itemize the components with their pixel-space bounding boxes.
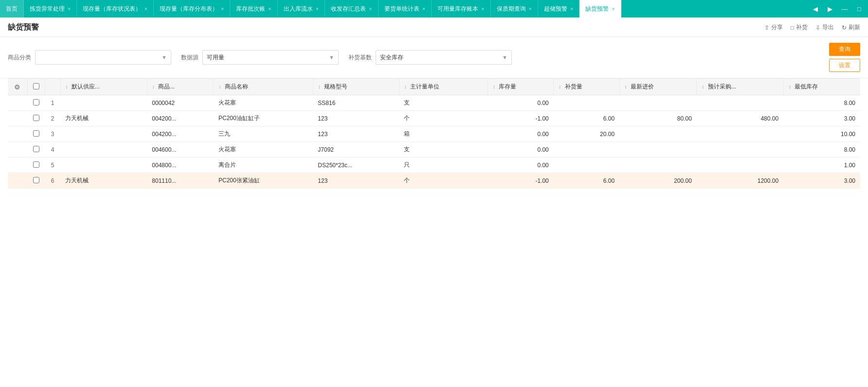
replenish-base-select[interactable]: 安全库存 ▼ (376, 50, 512, 65)
close-tab-available-ledger[interactable]: × (481, 6, 484, 12)
tab-abnormal[interactable]: 拣货异常处理 × (24, 0, 77, 18)
cell-product-code-1: 004200... (147, 111, 214, 126)
cell-latest-price-5: 200.00 (619, 173, 697, 189)
category-select[interactable]: ▼ (35, 50, 171, 65)
gear-icon[interactable]: ⚙ (14, 83, 20, 91)
close-tab-batch-account[interactable]: × (268, 6, 271, 12)
th-estimated-purchase[interactable]: ↕ 预计采购... (697, 79, 783, 95)
sort-estimated-purchase-icon: ↕ (702, 84, 704, 89)
cell-checkbox-2 (27, 126, 45, 142)
cell-stock-2: 0.00 (488, 126, 553, 142)
nav-minimize-button[interactable]: — (838, 2, 851, 16)
cell-product-code-3: 004600... (147, 142, 214, 158)
row-checkbox-2[interactable] (33, 130, 39, 137)
cell-stock-3: 0.00 (488, 142, 553, 158)
nav-prev-button[interactable]: ◀ (809, 2, 822, 16)
th-stock[interactable]: ↕ 库存量 (488, 79, 553, 95)
nav-next-button[interactable]: ▶ (823, 2, 837, 16)
close-tab-shortage[interactable]: × (612, 6, 615, 12)
cell-rownum-3: 4 (45, 142, 60, 158)
cell-stock-5: -1.00 (488, 173, 553, 189)
refresh-button[interactable]: ↻ 刷新 (842, 23, 860, 32)
share-icon: ⇧ (764, 24, 769, 31)
th-unit[interactable]: ↕ 主计量单位 (399, 79, 488, 95)
th-min-stock[interactable]: ↕ 最低库存 (783, 79, 860, 95)
th-replenish-qty[interactable]: ↕ 补货量 (554, 79, 619, 95)
th-product-name[interactable]: ↕ 商品名称 (214, 79, 313, 95)
cell-product-code-5: 801110... (147, 173, 214, 189)
select-all-checkbox[interactable] (33, 83, 39, 89)
datasource-select-arrow-icon: ▼ (329, 54, 334, 60)
nav-maximize-button[interactable]: □ (852, 2, 866, 16)
th-product-code[interactable]: ↕ 商品... (147, 79, 214, 95)
tab-available-ledger[interactable]: 可用量库存账本 × (432, 0, 490, 18)
close-tab-receipt-summary[interactable]: × (369, 6, 372, 12)
cell-replenish-qty-2: 20.00 (554, 126, 619, 142)
cell-rownum-4: 5 (45, 158, 60, 173)
close-tab-inventory-dist[interactable]: × (221, 6, 224, 12)
cell-min-stock-2: 10.00 (783, 126, 860, 142)
category-select-arrow-icon: ▼ (162, 54, 167, 60)
cell-rownum-0: 1 (45, 95, 60, 111)
datasource-label: 数据源 (181, 53, 199, 62)
cell-stock-4: 0.00 (488, 158, 553, 173)
cell-spec-1: 123 (313, 111, 399, 126)
sort-supplier-icon: ↕ (66, 84, 68, 89)
page-title: 缺货预警 (8, 22, 39, 33)
export-icon: ⇩ (815, 24, 820, 31)
row-checkbox-5[interactable] (33, 177, 39, 183)
th-checkbox (27, 79, 45, 95)
cell-replenish-qty-4 (554, 158, 619, 173)
tab-inout-flow[interactable]: 出入库流水 × (278, 0, 325, 18)
cell-min-stock-5: 3.00 (783, 173, 860, 189)
th-spec[interactable]: ↕ 规格型号 (313, 79, 399, 95)
cell-min-stock-0: 8.00 (783, 95, 860, 111)
close-tab-inout-flow[interactable]: × (316, 6, 319, 12)
cell-latest-price-1: 80.00 (619, 111, 697, 126)
replenish-base-select-arrow-icon: ▼ (502, 54, 507, 60)
settings-button[interactable]: 设置 (829, 59, 860, 72)
close-tab-overstock[interactable]: × (570, 6, 573, 12)
page-content: 缺货预警 ⇧ 分享 □ 补货 ⇩ 导出 ↻ 刷新 商品分类 (0, 18, 868, 387)
table-row: 5 004800... 离合片 DS250*23c... 只 0.00 1.00 (8, 158, 860, 173)
tab-receipt-summary[interactable]: 收发存汇总表 × (325, 0, 378, 18)
row-checkbox-4[interactable] (33, 161, 39, 168)
share-button[interactable]: ⇧ 分享 (764, 23, 783, 32)
category-filter-group: 商品分类 ▼ (8, 50, 171, 65)
tab-inventory-dist[interactable]: 现存量（库存分布表） × (154, 0, 230, 18)
cell-gear-3 (8, 142, 27, 158)
table-row: 1 0000042 火花塞 SS816 支 0.00 8.00 (8, 95, 860, 111)
tab-expiry-query[interactable]: 保质期查询 × (491, 0, 538, 18)
datasource-select-value: 可用量 (207, 53, 224, 62)
th-supplier[interactable]: ↕ 默认供应... (60, 79, 147, 95)
close-tab-abnormal[interactable]: × (68, 6, 71, 12)
tab-inventory-status[interactable]: 现存量（库存状况表） × (77, 0, 153, 18)
query-button[interactable]: 查询 (829, 43, 860, 56)
tab-shortage[interactable]: 缺货预警 × (579, 0, 621, 18)
tab-home[interactable]: 首页 (0, 0, 24, 18)
cell-product-name-4: 离合片 (214, 158, 313, 173)
tab-overstock[interactable]: 超储预警 × (538, 0, 579, 18)
close-tab-inventory-status[interactable]: × (144, 6, 147, 12)
cell-replenish-qty-3 (554, 142, 619, 158)
sort-product-code-icon: ↕ (152, 84, 155, 89)
row-checkbox-0[interactable] (33, 99, 39, 106)
export-button[interactable]: ⇩ 导出 (815, 23, 834, 32)
close-tab-order-stats[interactable]: × (422, 6, 425, 12)
table-row: 4 004600... 火花塞 J7092 支 0.00 8.00 (8, 142, 860, 158)
tab-order-stats[interactable]: 要货单统计表 × (379, 0, 432, 18)
datasource-select[interactable]: 可用量 ▼ (202, 50, 339, 65)
cell-product-name-0: 火花塞 (214, 95, 313, 111)
cell-replenish-qty-0 (554, 95, 619, 111)
filter-actions: 查询 设置 (829, 43, 860, 72)
th-latest-price[interactable]: ↕ 最新进价 (619, 79, 697, 95)
close-tab-expiry-query[interactable]: × (529, 6, 532, 12)
tab-batch-account[interactable]: 库存批次账 × (230, 0, 277, 18)
cell-estimated-purchase-2 (697, 126, 783, 142)
row-checkbox-1[interactable] (33, 115, 39, 121)
replenish-button[interactable]: □ 补货 (791, 23, 808, 32)
row-checkbox-3[interactable] (33, 146, 39, 152)
cell-stock-0: 0.00 (488, 95, 553, 111)
table-header-row: ⚙ ↕ 默认供应... ↕ 商品... ↕ (8, 79, 860, 95)
cell-supplier-2 (60, 126, 147, 142)
